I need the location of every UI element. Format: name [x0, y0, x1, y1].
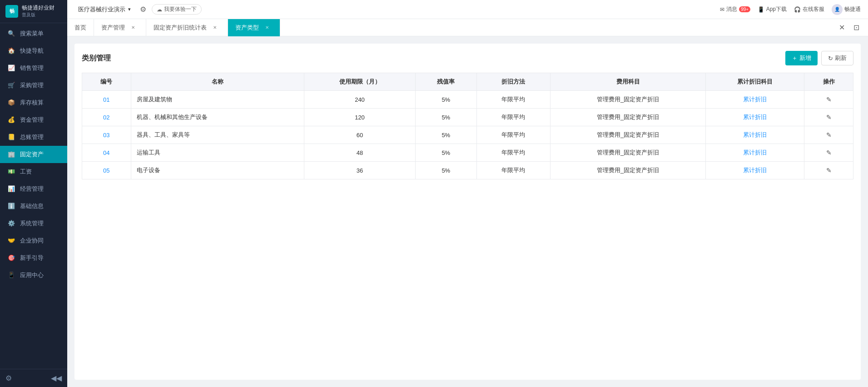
category-table: 编号 名称 使用期限（月） 残值率 折旧方法 费用科目 累计折旧科目 操作 01…: [82, 73, 853, 179]
sidebar-item-operations[interactable]: 📊 经营管理: [0, 180, 67, 198]
sidebar-item-finance[interactable]: 💰 资金管理: [0, 111, 67, 129]
sidebar-item-label: 库存核算: [20, 99, 44, 107]
sidebar-item-label: 总账管理: [20, 133, 44, 141]
sidebar-item-enterprise[interactable]: 🤝 企业协同: [0, 232, 67, 249]
main-area: 医疗器械行业演示 ▾ ⚙ ☁ 我要体验一下 ✉ 消息 99+ 📱 App下载: [67, 0, 868, 387]
top-header: 医疗器械行业演示 ▾ ⚙ ☁ 我要体验一下 ✉ 消息 99+ 📱 App下载: [67, 0, 868, 19]
tab-asset-type-label: 资产类型: [235, 24, 259, 32]
company-selector[interactable]: 医疗器械行业演示 ▾: [74, 4, 134, 15]
sidebar-item-label: 经营管理: [20, 185, 44, 193]
sidebar-item-sales[interactable]: 📈 销售管理: [0, 60, 67, 77]
sales-icon: 📈: [7, 64, 15, 72]
app-title-group: 畅捷通好业财 普及版: [22, 5, 55, 18]
company-name: 医疗器械行业演示: [78, 5, 125, 14]
cell-residual: 5%: [415, 109, 476, 126]
cell-accum-subject: 累计折旧: [706, 162, 804, 179]
sidebar-item-payroll[interactable]: 💵 工资: [0, 163, 67, 180]
sidebar-item-app-center[interactable]: 📱 应用中心: [0, 267, 67, 284]
sidebar-item-ledger[interactable]: 📒 总账管理: [0, 129, 67, 146]
home-icon: 🏠: [7, 47, 15, 55]
tab-depreciation-close[interactable]: ✕: [209, 22, 220, 33]
sidebar-item-basic-info[interactable]: ℹ️ 基础信息: [0, 198, 67, 215]
sidebar-item-inventory[interactable]: 📦 库存核算: [0, 94, 67, 111]
cell-period: 240: [304, 91, 416, 109]
cell-method: 年限平均: [476, 109, 550, 126]
mobile-icon: 📱: [758, 6, 764, 13]
cell-method: 年限平均: [476, 162, 550, 179]
avatar: 👤: [832, 4, 843, 15]
sidebar-item-label: 企业协同: [20, 237, 44, 245]
edit-icon[interactable]: ✎: [826, 131, 832, 139]
cell-expense-subject: 管理费用_固定资产折旧: [551, 109, 706, 126]
new-button-label: 新增: [799, 54, 811, 62]
user-action[interactable]: 👤 畅捷通: [832, 4, 861, 15]
app-subtitle: 普及版: [22, 12, 55, 18]
sidebar-item-fixed-assets[interactable]: 🏢 固定资产: [0, 146, 67, 163]
collapse-icon[interactable]: ◀◀: [51, 374, 62, 382]
tab-asset-mgmt-label: 资产管理: [101, 24, 125, 32]
sidebar-item-purchase[interactable]: 🛒 采购管理: [0, 77, 67, 94]
app-download-label: App下载: [766, 5, 787, 13]
col-residual: 残值率: [415, 73, 476, 91]
tab-depreciation-table[interactable]: 固定资产折旧统计表 ✕: [146, 19, 228, 36]
sidebar-item-label: 固定资产: [20, 150, 44, 159]
message-badge: 99+: [739, 6, 750, 12]
chevron-down-icon: ▾: [128, 6, 131, 12]
table-row: 04 运输工具 48 5% 年限平均 管理费用_固定资产折旧 累计折旧 ✎: [82, 144, 853, 162]
cell-residual: 5%: [415, 126, 476, 144]
page-actions: ＋ 新增 ↻ 刷新: [785, 51, 853, 65]
tab-close-window-btn[interactable]: ✕: [835, 21, 848, 34]
cell-residual: 5%: [415, 91, 476, 109]
sidebar-item-label: 采购管理: [20, 81, 44, 89]
refresh-icon: ↻: [828, 55, 833, 62]
cell-accum-subject: 累计折旧: [706, 91, 804, 109]
cell-method: 年限平均: [476, 144, 550, 162]
cell-period: 48: [304, 144, 416, 162]
tab-asset-type-close[interactable]: ✕: [262, 22, 273, 33]
edit-icon[interactable]: ✎: [826, 114, 832, 121]
table-header-row: 编号 名称 使用期限（月） 残值率 折旧方法 费用科目 累计折旧科目 操作: [82, 73, 853, 91]
refresh-button[interactable]: ↻ 刷新: [821, 51, 853, 65]
trial-button[interactable]: ☁ 我要体验一下: [152, 4, 202, 15]
sidebar-item-guide[interactable]: 🎯 新手引导: [0, 249, 67, 267]
customer-service-label: 在线客服: [803, 5, 824, 13]
message-action[interactable]: ✉ 消息 99+: [720, 5, 750, 13]
app-download-action[interactable]: 📱 App下载: [758, 5, 787, 13]
operations-icon: 📊: [7, 185, 15, 193]
cell-expense-subject: 管理费用_固定资产折旧: [551, 144, 706, 162]
headset-icon: 🎧: [794, 6, 801, 13]
tab-asset-mgmt[interactable]: 资产管理 ✕: [94, 19, 146, 36]
new-button[interactable]: ＋ 新增: [785, 51, 818, 65]
sidebar-nav: 🔍 搜索菜单 🏠 快捷导航 📈 销售管理 🛒 采购管理 📦 库存核算 💰 资金管…: [0, 23, 67, 369]
tab-maximize-btn[interactable]: ⊡: [850, 21, 863, 34]
header-right: ✉ 消息 99+ 📱 App下载 🎧 在线客服 👤 畅捷通: [720, 4, 861, 15]
sidebar-item-search[interactable]: 🔍 搜索菜单: [0, 25, 67, 42]
message-icon: ✉: [720, 6, 724, 13]
cell-code: 01: [82, 91, 131, 109]
edit-icon[interactable]: ✎: [826, 167, 832, 174]
cell-action: ✎: [804, 144, 853, 162]
col-expense-subject: 费用科目: [551, 73, 706, 91]
header-settings-icon[interactable]: ⚙: [140, 5, 146, 14]
refresh-button-label: 刷新: [835, 54, 847, 62]
header-left: 医疗器械行业演示 ▾ ⚙ ☁ 我要体验一下: [74, 4, 720, 15]
tab-asset-type[interactable]: 资产类型 ✕: [228, 19, 280, 36]
cell-name: 电子设备: [131, 162, 304, 179]
edit-icon[interactable]: ✎: [826, 149, 832, 156]
col-accum-subject: 累计折旧科目: [706, 73, 804, 91]
table-row: 03 器具、工具、家具等 60 5% 年限平均 管理费用_固定资产折旧 累计折旧…: [82, 126, 853, 144]
sidebar-item-quick-nav[interactable]: 🏠 快捷导航: [0, 42, 67, 60]
customer-service-action[interactable]: 🎧 在线客服: [794, 5, 824, 13]
settings-footer-icon[interactable]: ⚙: [5, 374, 12, 382]
inventory-icon: 📦: [7, 99, 15, 107]
username-label: 畅捷通: [844, 5, 861, 13]
tab-home[interactable]: 首页: [67, 19, 94, 36]
cell-action: ✎: [804, 109, 853, 126]
col-name: 名称: [131, 73, 304, 91]
edit-icon[interactable]: ✎: [826, 96, 832, 103]
tab-asset-mgmt-close[interactable]: ✕: [128, 22, 139, 33]
ledger-icon: 📒: [7, 133, 15, 141]
sidebar-item-system[interactable]: ⚙️ 系统管理: [0, 215, 67, 232]
cloud-icon: ☁: [157, 6, 162, 13]
sidebar-item-label: 搜索菜单: [20, 30, 44, 38]
